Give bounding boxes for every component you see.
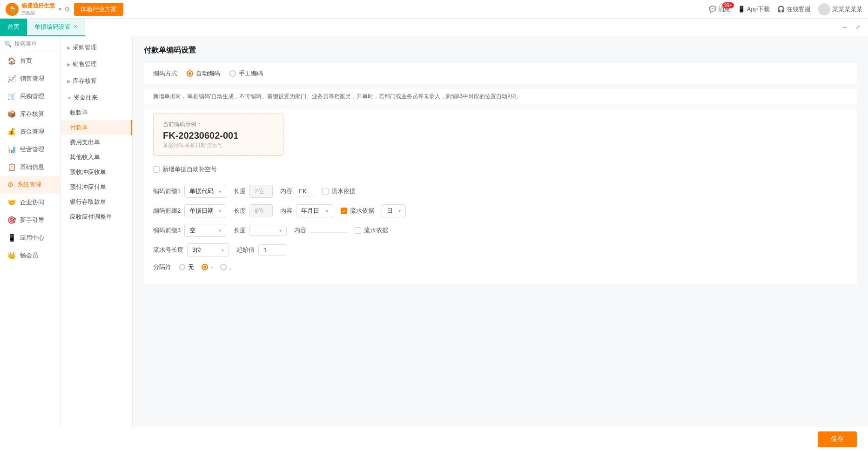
prefix3-watermark-checkbox[interactable]: 流水依据 [355, 226, 388, 235]
sidebar-item-system[interactable]: ⚙ 系统管理 [0, 176, 60, 194]
prefix1-content-label: 内容 [280, 187, 292, 195]
sidebar-item-operation[interactable]: 📊 经营管理 [0, 141, 60, 158]
autofill-checkbox[interactable]: 新增单据自动补空号 [153, 165, 848, 174]
sidebar-item-basic[interactable]: 📋 基础信息 [0, 158, 60, 176]
prefix2-select[interactable]: 单据日期 ▾ [184, 204, 226, 217]
prefix3-label: 编码前缀3 [153, 226, 181, 235]
prefix2-content-field: 内容 年月日 ▾ [280, 204, 333, 217]
sidebar-item-home[interactable]: 🏠 首页 [0, 52, 60, 70]
serial-start-label: 起始值 [236, 246, 255, 254]
prefix1-select-arrow: ▾ [219, 189, 221, 194]
prefix3-select[interactable]: 空 ▾ [184, 224, 226, 237]
prefix2-content-label: 内容 [280, 207, 292, 215]
appcenter-icon: 📱 [7, 234, 16, 242]
submenu-item-payment[interactable]: 付款单 [61, 120, 132, 135]
prefix2-content-select[interactable]: 年月日 ▾ [296, 204, 333, 217]
trial-button[interactable]: 体验行业方案 [74, 3, 123, 16]
app-download-button[interactable]: 📱 App下载 [738, 5, 770, 13]
sep-dash-radio[interactable]: - [202, 264, 213, 271]
serial-length-label: 流水号长度 [153, 246, 183, 254]
prefix2-length-input[interactable]: 8位 [249, 204, 273, 217]
sep-none-dot [179, 264, 185, 270]
serial-length-arrow: ▾ [222, 248, 224, 253]
sidebar-item-inventory[interactable]: 📦 库存核算 [0, 105, 60, 123]
prefix3-length-field: 长度 ▾ [234, 226, 287, 236]
search-icon: 🔍 [5, 41, 12, 47]
submenu-arrow-capital: ▼ [67, 95, 72, 101]
sep-dot-radio[interactable]: . [220, 264, 231, 271]
submenu-item-prepay-pay[interactable]: 预付冲应付单 [61, 180, 132, 195]
prefix3-length-select[interactable]: ▾ [249, 226, 287, 236]
window-controls: ─ ⤢ [840, 23, 868, 32]
sidebar-item-appcenter[interactable]: 📱 应用中心 [0, 229, 60, 247]
serial-start-input[interactable]: 1 [258, 244, 286, 256]
settings-area: 编码前缀1 单据代码 ▾ 长度 2位 内容 FK 流水依据 [144, 178, 857, 284]
tab-close-icon[interactable]: ✕ [74, 24, 78, 30]
auto-encoding-dot [187, 70, 193, 77]
submenu-item-bank-deposit[interactable]: 银行存取款单 [61, 195, 132, 209]
submenu-group-sales-title[interactable]: ▶ 销售管理 [61, 57, 132, 72]
encoding-tab-label: 单据编码设置 [34, 23, 71, 31]
message-button[interactable]: 💬 消息 99+ [709, 5, 730, 13]
nav-gear-icon[interactable]: ⚙ [64, 6, 70, 13]
prefix2-label: 编码前缀2 [153, 207, 181, 215]
prefix2-row: 编码前缀2 单据日期 ▾ 长度 8位 内容 年月日 ▾ [153, 204, 848, 217]
submenu-item-prepay-recv[interactable]: 预收冲应收单 [61, 165, 132, 180]
preview-code: FK-20230602-001 [163, 130, 274, 141]
user-profile[interactable]: 某某某某某 [818, 3, 862, 15]
submenu-group-purchase-title[interactable]: ▶ 采购管理 [61, 40, 132, 55]
purchase-icon: 🛒 [7, 92, 16, 101]
prefix3-select-val: 空 [189, 226, 195, 235]
submenu-item-receipt[interactable]: 收款单 [61, 105, 132, 120]
search-menu-button[interactable]: 🔍 搜索菜单 [0, 36, 60, 52]
tab-home[interactable]: 首页 [0, 19, 27, 36]
sidebar-item-finance[interactable]: 💰 资金管理 [0, 123, 60, 141]
logo-text: 畅捷通好生意 旗舰版 [21, 2, 55, 16]
window-minimize-icon[interactable]: ─ [840, 23, 849, 32]
main-layout: 🔍 搜索菜单 🏠 首页 📈 销售管理 🛒 采购管理 📦 库存核算 💰 资金管理 … [0, 36, 868, 451]
enterprise-icon: 🤝 [7, 198, 16, 207]
prefix1-content-field: 内容 FK [280, 186, 315, 197]
sidebar-item-member[interactable]: 👑 畅会员 [0, 247, 60, 264]
sidebar-item-newguide[interactable]: 🎯 新手引导 [0, 211, 60, 229]
prefix2-content-arrow: ▾ [326, 209, 328, 214]
sidebar-item-sales[interactable]: 📈 销售管理 [0, 70, 60, 88]
sidebar-item-enterprise[interactable]: 🤝 企业协同 [0, 194, 60, 211]
sep-dot-dot [220, 264, 227, 270]
prefix2-watermark-unit-select[interactable]: 日 ▾ [382, 204, 406, 217]
serial-length-val: 3位 [192, 246, 202, 254]
prefix2-select-val: 单据日期 [189, 207, 214, 215]
auto-encoding-radio[interactable]: 自动编码 [187, 69, 220, 78]
submenu-group-capital-title[interactable]: ▼ 资金往来 [61, 90, 132, 105]
window-restore-icon[interactable]: ⤢ [853, 23, 862, 32]
submenu-item-expense[interactable]: 费用支出单 [61, 135, 132, 150]
submenu-arrow-sales: ▶ [67, 62, 71, 67]
prefix2-select-arrow: ▾ [219, 209, 221, 214]
prefix1-length-input[interactable]: 2位 [249, 185, 273, 198]
avatar [818, 3, 830, 15]
sidebar: 🔍 搜索菜单 🏠 首页 📈 销售管理 🛒 采购管理 📦 库存核算 💰 资金管理 … [0, 36, 61, 451]
serial-length-select[interactable]: 3位 ▾ [187, 243, 229, 256]
sidebar-item-purchase[interactable]: 🛒 采购管理 [0, 88, 60, 105]
manual-encoding-radio[interactable]: 手工编码 [229, 69, 263, 78]
tab-encoding[interactable]: 单据编码设置 ✕ [27, 19, 85, 36]
encoding-preview-box: 当前编码示例： FK-20230602-001 单据代码-单据日期-流水号 [153, 114, 283, 156]
topbar: 🍃 畅捷通好生意 旗舰版 ▾ ⚙ 体验行业方案 💬 消息 99+ 📱 App下载… [0, 0, 868, 19]
prefix1-watermark-checkbox[interactable]: 流水依据 [322, 187, 356, 195]
save-button[interactable]: 保存 [818, 431, 857, 447]
topbar-nav: ▾ ⚙ [59, 6, 70, 13]
newguide-icon: 🎯 [7, 216, 16, 224]
submenu-item-ap-adjust[interactable]: 应收应付调整单 [61, 209, 132, 224]
prefix2-length-field: 长度 8位 [234, 204, 273, 217]
prefix1-select[interactable]: 单据代码 ▾ [184, 185, 226, 198]
online-service-button[interactable]: 🎧 在线客服 [777, 5, 811, 13]
sep-none-radio[interactable]: 无 [179, 263, 194, 271]
tabbar: 首页 单据编码设置 ✕ ─ ⤢ [0, 19, 868, 36]
manual-encoding-dot [229, 70, 236, 77]
submenu-group-sales: ▶ 销售管理 [61, 57, 132, 72]
encoding-method-radio-group: 编码方式 自动编码 手工编码 [153, 69, 848, 78]
nav-dropdown-arrow[interactable]: ▾ [59, 6, 61, 13]
submenu-group-inventory-title[interactable]: ▶ 库存核算 [61, 74, 132, 88]
prefix2-watermark-checkbox[interactable]: ✓ 流水依据 [341, 207, 374, 215]
submenu-item-other-income[interactable]: 其他收入单 [61, 150, 132, 165]
